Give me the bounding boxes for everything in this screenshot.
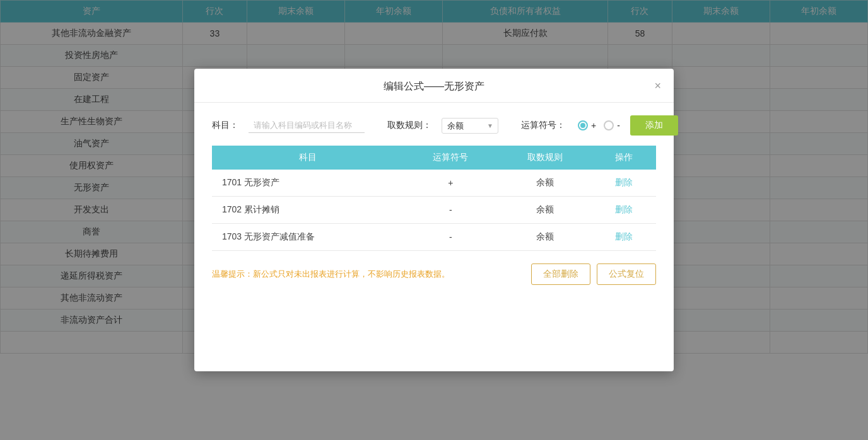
modal-overlay: 编辑公式——无形资产 × 科目： 取数规则： 余额 借方 贷方 借方累计 贷方累… — [0, 0, 868, 440]
cell-action: 删除 — [592, 170, 656, 197]
reset-formula-button[interactable]: 公式复位 — [597, 263, 656, 285]
formula-form: 科目： 取数规则： 余额 借方 贷方 借方累计 贷方累计 ▼ 运算符号： — [194, 103, 674, 146]
subject-input[interactable] — [249, 118, 365, 133]
modal-title: 编辑公式——无形资产 — [384, 80, 484, 93]
cell-action: 删除 — [592, 224, 656, 251]
radio-plus-inner — [580, 123, 585, 128]
close-button[interactable]: × — [652, 78, 664, 94]
table-row: 1701 无形资产+余额删除 — [212, 170, 656, 197]
operator-radio-group: + - — [578, 120, 620, 130]
formula-table: 科目 运算符号 取数规则 操作 1701 无形资产+余额删除1702 累计摊销-… — [212, 146, 656, 251]
operator-plus-label: + — [591, 120, 596, 130]
rule-select-wrapper: 余额 借方 贷方 借方累计 贷方累计 ▼ — [442, 118, 498, 134]
operator-minus-radio[interactable]: - — [604, 120, 620, 130]
delete-all-button[interactable]: 全部删除 — [531, 263, 590, 285]
cell-subject: 1701 无形资产 — [212, 170, 404, 197]
add-button[interactable]: 添加 — [630, 115, 678, 136]
operator-label: 运算符号： — [521, 120, 565, 131]
formula-table-wrapper: 科目 运算符号 取数规则 操作 1701 无形资产+余额删除1702 累计摊销-… — [212, 146, 656, 251]
delete-row-button[interactable]: 删除 — [615, 204, 633, 216]
modal-dialog: 编辑公式——无形资产 × 科目： 取数规则： 余额 借方 贷方 借方累计 贷方累… — [194, 69, 674, 371]
table-header-subject: 科目 — [212, 146, 404, 170]
table-row: 1702 累计摊销-余额删除 — [212, 197, 656, 224]
cell-action: 删除 — [592, 197, 656, 224]
subject-label: 科目： — [212, 120, 238, 131]
cell-operator: - — [404, 197, 498, 224]
cell-rule: 余额 — [498, 197, 592, 224]
operator-minus-label: - — [617, 120, 620, 130]
delete-row-button[interactable]: 删除 — [615, 177, 633, 188]
table-header-action: 操作 — [592, 146, 656, 170]
hint-text: 温馨提示：新公式只对未出报表进行计算，不影响历史报表数据。 — [212, 269, 450, 280]
table-header-operator: 运算符号 — [404, 146, 498, 170]
cell-rule: 余额 — [498, 224, 592, 251]
table-row: 1703 无形资产减值准备-余额删除 — [212, 224, 656, 251]
modal-footer: 温馨提示：新公式只对未出报表进行计算，不影响历史报表数据。 全部删除 公式复位 — [194, 251, 674, 285]
table-header-rule: 取数规则 — [498, 146, 592, 170]
modal-header: 编辑公式——无形资产 × — [194, 69, 674, 103]
page-container: 资产 行次 期末余额 年初余额 负债和所有者权益 行次 期末余额 年初余额 其他… — [0, 0, 868, 440]
cell-operator: - — [404, 224, 498, 251]
cell-subject: 1703 无形资产减值准备 — [212, 224, 404, 251]
cell-rule: 余额 — [498, 170, 592, 197]
radio-minus-circle — [604, 120, 614, 130]
footer-buttons: 全部删除 公式复位 — [531, 263, 656, 285]
rule-select[interactable]: 余额 借方 贷方 借方累计 贷方累计 — [442, 118, 498, 134]
delete-row-button[interactable]: 删除 — [615, 231, 633, 243]
radio-plus-circle — [578, 120, 588, 130]
operator-plus-radio[interactable]: + — [578, 120, 596, 130]
rule-label: 取数规则： — [387, 120, 431, 131]
cell-operator: + — [404, 170, 498, 197]
cell-subject: 1702 累计摊销 — [212, 197, 404, 224]
